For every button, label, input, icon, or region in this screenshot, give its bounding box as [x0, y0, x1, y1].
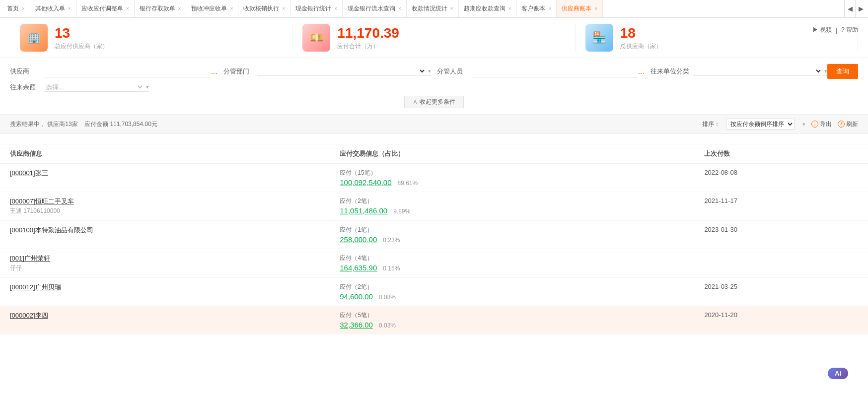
total-suppliers-label: 总供应商（家）	[620, 42, 662, 51]
help-link[interactable]: ? 帮助	[841, 26, 858, 34]
close-tab-bank-deposit[interactable]: ×	[178, 6, 181, 11]
close-tab-collection-verify[interactable]: ×	[282, 6, 285, 11]
ai-button[interactable]: Ai	[828, 368, 848, 379]
tx-amount[interactable]: 258,000.00	[340, 235, 377, 244]
tx-amount[interactable]: 32,366.00	[340, 321, 373, 329]
close-tab-collection-stat[interactable]: ×	[450, 6, 453, 11]
payable-amount-value: 11,170.39	[337, 25, 399, 42]
last-pay-cell: 2020-11-20	[694, 306, 868, 334]
close-tab-customer-book[interactable]: ×	[548, 6, 551, 11]
export-button[interactable]: ↓ 导出	[811, 120, 832, 129]
supplier-info-cell: [000002]李四	[0, 306, 330, 334]
supplier-info-cell: [000007]恒旺二手叉车王通 17106110000	[0, 192, 330, 221]
sort-chevron-icon: ▾	[802, 121, 805, 128]
total-suppliers-value: 18	[620, 25, 662, 42]
supplier-dots-btn[interactable]: ...	[211, 67, 217, 76]
tx-amount[interactable]: 11,051,486.00	[340, 206, 387, 215]
nav-right-arrow[interactable]: ▶	[855, 0, 866, 18]
nav-tab-bank-deposit[interactable]: 银行存取款单×	[135, 0, 187, 18]
supplier-link[interactable]: [000001]张三	[10, 169, 48, 177]
supplier-link[interactable]: [001]广州荣轩	[10, 255, 50, 262]
table-row: [000001]张三 应付（15笔） 100,092,540.00 89.61%…	[0, 164, 868, 192]
nav-tab-customer-book[interactable]: 客户账本×	[516, 0, 557, 18]
nav-tab-overdue-ar[interactable]: 超期应收款查询×	[459, 0, 517, 18]
dept-select-wrapper[interactable]: ▾	[257, 67, 431, 76]
category-select-wrapper[interactable]: ▾	[693, 67, 827, 76]
stat-payable-suppliers: 🏢 13 总应付供应商（家）	[10, 24, 292, 52]
tx-amount[interactable]: 94,600.00	[340, 292, 373, 301]
stats-header: 🏢 13 总应付供应商（家） 💴 11,170.39 应付合计（万） 🏪 18 …	[0, 18, 868, 58]
table-row: [000012]广州贝瑞 应付（2笔） 94,600.00 0.08% 2021…	[0, 278, 868, 306]
supplier-table: 供应商信息 应付交易信息（占比） 上次付数 [000001]张三 应付（15笔）…	[0, 134, 868, 334]
close-tab-ar-ap-adjust[interactable]: ×	[126, 6, 129, 11]
nav-tab-cash-flow[interactable]: 现金银行流水查询×	[343, 0, 407, 18]
last-pay-date: 2022-08-08	[704, 169, 737, 176]
close-tab-cash-flow[interactable]: ×	[398, 6, 401, 11]
nav-tab-collection-stat[interactable]: 收款情况统计×	[407, 0, 459, 18]
table-wrapper: 供应商信息 应付交易信息（占比） 上次付数 [000001]张三 应付（15笔）…	[0, 134, 868, 334]
supplier-input[interactable]	[44, 66, 210, 77]
main-content: 🏢 13 总应付供应商（家） 💴 11,170.39 应付合计（万） 🏪 18 …	[0, 18, 868, 394]
category-chevron-icon: ▾	[824, 68, 827, 74]
dept-chevron-icon: ▾	[428, 68, 431, 74]
collapse-section: ∧ 收起更多条件	[10, 96, 858, 108]
supplier-link[interactable]: [000012]广州贝瑞	[10, 283, 61, 291]
tx-amount[interactable]: 164,635.90	[340, 263, 377, 272]
header-tx: 应付交易信息（占比）	[330, 144, 694, 164]
table-row: [001]广州荣轩仔仔 应付（4笔） 164,635.90 0.15%	[0, 249, 868, 278]
last-pay-date: 2021-03-25	[704, 283, 737, 290]
balance-label: 往来余额	[10, 83, 40, 92]
search-button[interactable]: 查询	[827, 64, 858, 79]
store-icon: 🏪	[585, 24, 613, 52]
sort-label: 排序：	[702, 120, 720, 129]
last-pay-cell: 2021-11-17	[694, 192, 868, 221]
nav-tab-supplier-book[interactable]: 供应商账本×	[557, 0, 603, 18]
dept-select[interactable]	[257, 67, 426, 75]
close-tab-supplier-book[interactable]: ×	[594, 6, 597, 11]
nav-tab-other-income[interactable]: 其他收入单×	[30, 0, 76, 18]
tx-info-cell: 应付（5笔） 32,366.00 0.03%	[330, 306, 694, 334]
help-icon: ?	[841, 26, 845, 33]
close-tab-prepay-ar[interactable]: ×	[230, 6, 233, 11]
filter-supplier: 供应商 ...	[10, 66, 217, 77]
refresh-icon: ↺	[838, 121, 845, 128]
nav-tab-cash-bank-stat[interactable]: 现金银行统计×	[290, 0, 343, 18]
last-pay-date: 2020-11-20	[704, 311, 737, 319]
person-input[interactable]	[471, 66, 637, 77]
close-tab-other-income[interactable]: ×	[68, 6, 71, 11]
header-last-pay: 上次付数	[694, 144, 868, 164]
table-header-row	[0, 134, 868, 144]
video-link[interactable]: ▶ 视频	[812, 26, 832, 34]
nav-tab-prepay-ar[interactable]: 预收冲应收单×	[186, 0, 238, 18]
table-row: [000002]李四 应付（5笔） 32,366.00 0.03% 2020-1…	[0, 306, 868, 334]
category-select[interactable]	[693, 67, 822, 75]
supplier-link[interactable]: [000100]本特勤油品有限公司	[10, 226, 93, 234]
tx-info-cell: 应付（1笔） 258,000.00 0.23%	[330, 221, 694, 249]
collapse-button[interactable]: ∧ 收起更多条件	[404, 96, 463, 108]
result-info: 搜索结果中， 供应商13家 应付金额 111,703,854.00元	[10, 120, 702, 129]
last-pay-date: 2023-01-30	[704, 226, 737, 233]
supplier-link[interactable]: [000007]恒旺二手叉车	[10, 197, 74, 205]
separator: |	[836, 27, 837, 34]
close-tab-cash-bank-stat[interactable]: ×	[334, 6, 337, 11]
nav-left-arrow[interactable]: ◀	[844, 0, 855, 18]
nav-tab-home[interactable]: 首页×	[2, 0, 30, 18]
balance-select[interactable]: 选择...	[44, 83, 144, 91]
person-dots-btn[interactable]: ...	[638, 67, 645, 76]
sort-select[interactable]: 按应付余额倒序排序	[726, 119, 795, 130]
close-tab-overdue-ar[interactable]: ×	[508, 6, 511, 11]
nav-tab-collection-verify[interactable]: 收款核销执行×	[238, 0, 290, 18]
tx-amount[interactable]: 100,092,540.00	[340, 178, 391, 187]
tx-pct: 0.08%	[379, 294, 396, 301]
tx-label: 应付（1笔）	[340, 226, 684, 234]
top-navigation: 首页×其他收入单×应收应付调整单×银行存取款单×预收冲应收单×收款核销执行×现金…	[0, 0, 868, 18]
refresh-button[interactable]: ↺ 刷新	[838, 120, 858, 129]
filter-area: 供应商 ... 分管部门 ▾ 分管人员 ...	[0, 58, 868, 115]
col-tx-info	[330, 134, 694, 144]
nav-tab-ar-ap-adjust[interactable]: 应收应付调整单×	[76, 0, 135, 18]
filter-category: 往来单位分类 ▾ 查询	[651, 64, 858, 79]
supplier-link[interactable]: [000002]李四	[10, 312, 48, 319]
close-tab-home[interactable]: ×	[22, 6, 25, 11]
balance-select-wrapper[interactable]: 选择... ▾	[44, 83, 149, 92]
col-last-pay	[694, 134, 868, 144]
